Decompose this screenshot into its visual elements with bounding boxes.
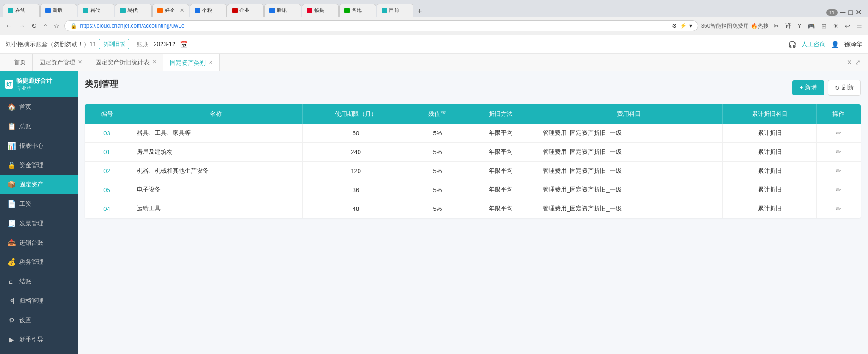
page-tab-close-icon[interactable]: ✕ — [78, 59, 82, 65]
sidebar-item-fixed-assets[interactable]: 📦 固定资产 — [0, 175, 78, 194]
edit-icon[interactable]: ✏ — [836, 148, 841, 156]
row-actions: ✏ — [816, 143, 861, 162]
reload-button[interactable]: ↻ — [30, 20, 39, 31]
tab-label: 易代 — [90, 7, 100, 14]
sidebar-icon-settings: ⚙ — [7, 316, 16, 324]
tab-label: 个税 — [202, 7, 212, 14]
page-tab-close-icon[interactable]: ✕ — [152, 59, 156, 65]
sidebar-item-archive[interactable]: 🗄 归档管理 — [0, 291, 78, 311]
sidebar-item-more[interactable]: 📌 更多 — [0, 349, 78, 354]
tab-expand-icon[interactable]: ⤢ — [855, 59, 861, 66]
page-tab-close-icon[interactable]: ✕ — [209, 60, 213, 66]
sidebar-icon-home: 🏠 — [7, 103, 16, 111]
theme-icon[interactable]: ☀ — [831, 21, 841, 31]
browser-tab-tab2[interactable]: 新版 — [40, 4, 77, 17]
sidebar-item-closing[interactable]: 🗂 结账 — [0, 272, 78, 291]
browser-tab-tab4[interactable]: 易代 — [115, 4, 152, 17]
home-button[interactable]: ⌂ — [42, 20, 49, 31]
sidebar-item-reports[interactable]: 📊 报表中心 — [0, 136, 78, 156]
tab-label: 畅提 — [314, 7, 324, 14]
table-header-cell: 折旧方法 — [466, 104, 535, 124]
tab-close-icon[interactable]: ✕ — [180, 7, 184, 13]
add-button[interactable]: + 新增 — [792, 80, 824, 95]
row-code[interactable]: 04 — [85, 199, 129, 218]
browser-tab-tab6[interactable]: 个税 — [190, 4, 227, 17]
consult-label[interactable]: 人工咨询 — [802, 40, 826, 48]
game-icon[interactable]: 🎮 — [805, 21, 817, 31]
logo-icon: 好 — [5, 80, 13, 89]
sidebar-item-ledger[interactable]: 📋 总账 — [0, 117, 78, 136]
url-input-area[interactable]: 🔒 https://cloud.chanjet.com/accounting/u… — [64, 20, 698, 31]
sidebar-logo: 好 畅捷通好合计 专业版 — [0, 71, 78, 97]
sidebar-item-purchase-sales[interactable]: 📥 进销台账 — [0, 233, 78, 252]
sidebar-item-salary[interactable]: 📄 工资 — [0, 194, 78, 214]
browser-tab-bar: 在线 新版 易代 易代 好企 ✕ 个税 企业 腾讯 畅提 各地 — [0, 0, 868, 17]
row-method: 年限平均 — [466, 162, 535, 180]
page-tab-home[interactable]: 首页 — [7, 54, 33, 71]
currency-icon[interactable]: ¥ — [796, 21, 803, 31]
edit-icon[interactable]: ✏ — [836, 129, 841, 137]
translate-icon[interactable]: 译 — [783, 20, 794, 31]
row-code[interactable]: 03 — [85, 124, 129, 143]
browser-tab-tab5[interactable]: 好企 ✕ — [152, 4, 189, 17]
sidebar-item-label: 工资 — [19, 200, 31, 208]
page-title: 类别管理 — [85, 78, 118, 90]
site-settings-icon[interactable]: ⚙ — [672, 23, 677, 29]
refresh-button[interactable]: ↻ 刷新 — [828, 80, 861, 96]
table-header-cell: 累计折旧科目 — [723, 104, 817, 124]
browser-tab-tab9[interactable]: 畅提 — [302, 4, 339, 17]
browser-tab-tab3[interactable]: 易代 — [78, 4, 114, 17]
window-maximize-btn[interactable]: □ — [848, 8, 853, 17]
undo-icon[interactable]: ↩ — [843, 21, 852, 31]
sidebar-icon-guide: ▶ — [7, 336, 16, 344]
bookmark-button[interactable]: ☆ — [52, 20, 61, 31]
edit-icon[interactable]: ✏ — [836, 205, 841, 212]
refresh-icon: ↻ — [835, 84, 840, 91]
page-tab-fixed-assets-mgmt[interactable]: 固定资产管理 ✕ — [33, 54, 89, 71]
sidebar-item-guide[interactable]: ▶ 新手引导 — [0, 330, 78, 349]
sidebar-item-settings[interactable]: ⚙ 设置 — [0, 311, 78, 330]
browser-toolbar-icons: ✂ 译 ¥ 🎮 ⊞ ☀ ↩ ☰ — [772, 20, 864, 31]
sidebar-item-tax[interactable]: 💰 税务管理 — [0, 252, 78, 272]
table-row: 04 运输工具 48 5% 年限平均 管理费用_固定资产折旧_一级 累计折旧 ✏ — [85, 199, 861, 218]
browser-tab-tab10[interactable]: 各地 — [339, 4, 376, 17]
sidebar-item-funds[interactable]: 🔒 资金管理 — [0, 156, 78, 175]
window-minimize-btn[interactable]: ─ — [840, 8, 845, 17]
row-code[interactable]: 02 — [85, 162, 129, 180]
cut-icon[interactable]: ✂ — [772, 21, 781, 31]
page-tab-depreciation-table[interactable]: 固定资产折旧统计表 ✕ — [89, 54, 163, 71]
row-code[interactable]: 01 — [85, 143, 129, 162]
menu-icon[interactable]: ☰ — [854, 21, 864, 31]
browser-tab-tab7[interactable]: 企业 — [227, 4, 264, 17]
browser-tab-tab1[interactable]: 在线 — [3, 4, 40, 17]
page-tab-fixed-assets-category[interactable]: 固定资产类别 ✕ — [163, 54, 220, 71]
sidebar-item-label: 结账 — [19, 277, 31, 286]
row-residual: 5% — [409, 124, 466, 143]
back-button[interactable]: ← — [4, 20, 14, 31]
expand-icon[interactable]: ⚡ — [680, 23, 687, 29]
sidebar-item-label: 设置 — [19, 316, 31, 324]
tab-close-all-icon[interactable]: ✕ — [847, 59, 852, 66]
sidebar-icon-salary: 📄 — [7, 200, 16, 208]
tab-favicon — [157, 8, 163, 13]
calendar-icon[interactable]: 📅 — [180, 41, 188, 48]
sidebar-item-home[interactable]: 🏠 首页 — [0, 97, 78, 117]
sidebar-item-label: 税务管理 — [19, 258, 43, 266]
tab-favicon — [269, 8, 275, 13]
row-residual: 5% — [409, 143, 466, 162]
edit-icon[interactable]: ✏ — [836, 167, 841, 174]
forward-button[interactable]: → — [17, 20, 27, 31]
sidebar: 好 畅捷通好合计 专业版 🏠 首页 📋 总账 📊 报表中心 🔒 资金管理 📦 固… — [0, 71, 78, 354]
dropdown-icon[interactable]: ▾ — [689, 23, 692, 29]
new-tab-button[interactable]: + — [414, 6, 425, 17]
edit-icon[interactable]: ✏ — [836, 186, 841, 193]
row-code[interactable]: 05 — [85, 180, 129, 199]
switch-version-button[interactable]: 切到旧版 — [99, 39, 129, 49]
window-close-btn[interactable]: ✕ — [856, 8, 862, 17]
browser-tab-tab11[interactable]: 目前 — [377, 4, 413, 17]
row-months: 60 — [303, 124, 409, 143]
user-avatar-icon: 👤 — [831, 41, 839, 48]
sidebar-item-invoice[interactable]: 🧾 发票管理 — [0, 214, 78, 233]
grid-icon[interactable]: ⊞ — [819, 21, 829, 31]
browser-tab-tab8[interactable]: 腾讯 — [264, 4, 301, 17]
